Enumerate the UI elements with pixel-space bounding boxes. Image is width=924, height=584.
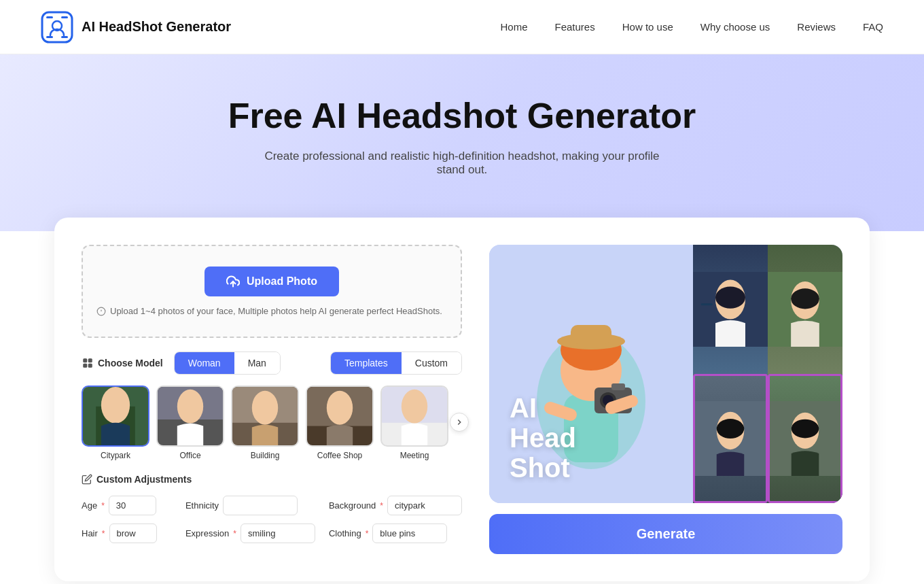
template-thumb-meeting <box>380 385 448 447</box>
template-citypark[interactable]: Citypark <box>82 385 149 460</box>
svg-rect-1 <box>46 16 53 18</box>
upload-button-label: Upload Photo <box>247 275 317 288</box>
field-clothing: Clothing * <box>329 523 462 543</box>
preview-grid: AIHeadShot <box>489 245 842 503</box>
nav-why-choose-us[interactable]: Why choose us <box>700 21 770 33</box>
hero-title: Free AI Headshot Generator <box>14 95 910 136</box>
template-office[interactable]: Office <box>156 385 224 460</box>
model-label-text: Choose Model <box>98 358 163 368</box>
template-meeting[interactable]: Meeting <box>380 385 448 460</box>
svg-point-50 <box>717 419 745 439</box>
field-ethnicity: Ethnicity <box>185 496 315 515</box>
model-icon <box>82 357 94 369</box>
photo-svg-1 <box>693 245 768 374</box>
upload-hint: Upload 1~4 photos of your face, Multiple… <box>96 306 447 316</box>
svg-rect-10 <box>83 358 87 362</box>
template-building[interactable]: Building <box>231 385 299 460</box>
template-label-citypark: Citypark <box>101 451 130 460</box>
toggle-woman[interactable]: Woman <box>175 352 234 374</box>
template-label-meeting: Meeting <box>400 451 429 460</box>
photo-svg-2 <box>768 245 842 374</box>
nav-home[interactable]: Home <box>500 21 527 33</box>
generate-button[interactable]: Generate <box>489 514 842 554</box>
template-thumb-citypark <box>82 385 149 447</box>
template-thumb-building <box>231 385 299 447</box>
background-required: * <box>380 501 383 511</box>
background-input[interactable] <box>387 496 462 515</box>
left-panel: Upload Photo Upload 1~4 photos of your f… <box>82 245 462 554</box>
upload-area: Upload Photo Upload 1~4 photos of your f… <box>82 245 462 338</box>
preview-photo-2 <box>768 245 842 374</box>
clothing-required: * <box>366 529 369 538</box>
navbar: AI HeadShot Generator Home Features How … <box>0 0 924 54</box>
svg-point-22 <box>252 391 278 425</box>
templates-row: Citypark Office <box>82 385 462 460</box>
upload-icon <box>226 275 240 288</box>
model-label: Choose Model <box>82 357 163 369</box>
logo-title: AI HeadShot Generator <box>82 19 231 35</box>
clothing-input[interactable] <box>372 523 447 543</box>
photo-svg-3 <box>693 374 768 503</box>
preview-photo-4 <box>768 374 842 503</box>
toggle-custom[interactable]: Custom <box>402 352 461 374</box>
svg-point-53 <box>792 419 819 439</box>
field-background: Background * <box>329 496 462 515</box>
custom-adjustments-label: Custom Adjustments <box>96 474 192 485</box>
fields-grid: Age * Ethnicity Background * <box>82 496 462 543</box>
field-expression: Expression * <box>185 523 315 543</box>
upload-button[interactable]: Upload Photo <box>205 267 339 296</box>
preview-photo-3 <box>693 374 768 503</box>
preview-photo-1 <box>693 245 768 374</box>
age-label: Age <box>82 500 97 511</box>
background-label: Background <box>329 500 376 511</box>
toggle-templates[interactable]: Templates <box>331 352 402 374</box>
svg-point-47 <box>791 288 819 309</box>
svg-rect-3 <box>46 36 53 38</box>
templates-toggle: Templates Custom <box>330 351 462 375</box>
svg-rect-34 <box>571 325 611 344</box>
custom-adjustments-section: Custom Adjustments Age * Ethnicity <box>82 474 462 543</box>
svg-point-19 <box>177 390 203 424</box>
hair-input[interactable] <box>109 523 157 543</box>
preview-illustration: AIHeadShot <box>489 245 693 503</box>
hair-label: Hair <box>82 528 98 538</box>
expression-label: Expression <box>185 528 229 538</box>
expression-input[interactable] <box>241 523 315 543</box>
hero-subtitle: Create professional and realistic high-d… <box>258 150 666 177</box>
carousel-next-button[interactable] <box>450 413 469 432</box>
svg-line-40 <box>611 401 632 408</box>
gender-toggle: Woman Man <box>174 351 281 375</box>
ethnicity-input[interactable] <box>223 496 298 515</box>
field-hair: Hair * <box>82 523 172 543</box>
ethnicity-label: Ethnicity <box>185 500 219 511</box>
clothing-label: Clothing <box>329 528 361 538</box>
nav-how-to-use[interactable]: How to use <box>622 21 673 33</box>
svg-point-25 <box>327 391 353 425</box>
upload-hint-text: Upload 1~4 photos of your face, Multiple… <box>110 306 442 316</box>
svg-rect-4 <box>61 36 68 38</box>
svg-point-16 <box>101 387 130 424</box>
expression-required: * <box>233 529 236 538</box>
hair-required: * <box>102 529 105 538</box>
svg-rect-38 <box>611 383 625 390</box>
svg-rect-43 <box>701 303 713 305</box>
nav-reviews[interactable]: Reviews <box>797 21 836 33</box>
template-coffee-shop[interactable]: Coffee Shop <box>306 385 374 460</box>
ai-headshot-text: AIHeadShot <box>510 393 576 483</box>
nav-faq[interactable]: FAQ <box>863 21 883 33</box>
model-selector-row: Choose Model Woman Man Templates Custom <box>82 351 462 375</box>
pencil-icon <box>82 474 92 485</box>
logo-area[interactable]: AI HeadShot Generator <box>41 11 231 44</box>
age-input[interactable] <box>109 496 156 515</box>
svg-rect-2 <box>61 16 68 18</box>
hero-section: Free AI Headshot Generator Create profes… <box>0 54 924 231</box>
right-panel: AIHeadShot <box>489 245 842 554</box>
nav-features[interactable]: Features <box>555 21 595 33</box>
template-thumb-coffee-shop <box>306 385 374 447</box>
template-label-office: Office <box>179 451 200 460</box>
svg-point-28 <box>402 390 427 424</box>
toggle-man[interactable]: Man <box>234 352 280 374</box>
nav-links: Home Features How to use Why choose us R… <box>500 21 883 33</box>
age-required: * <box>101 501 105 511</box>
svg-rect-13 <box>88 364 92 368</box>
